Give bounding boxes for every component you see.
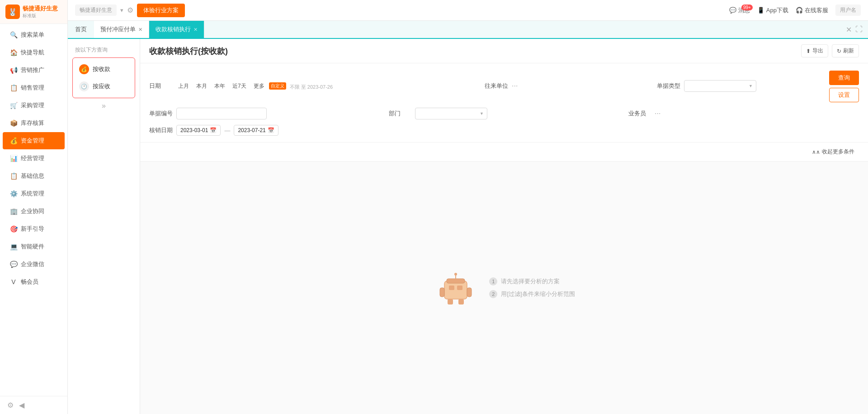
- sidebar-item-finance[interactable]: 💰资金管理: [3, 132, 65, 149]
- logo-main: 畅捷通好生意: [23, 5, 58, 13]
- app-label: App下载: [766, 6, 788, 14]
- tab-bar-right: ✕ ⛶: [846, 25, 868, 34]
- tip-number-1: 1: [489, 277, 497, 286]
- tab-label-receipt-offset: 收款核销执行: [156, 25, 191, 33]
- sidebar-item-hardware[interactable]: 💻智能硬件: [3, 238, 65, 255]
- industry-btn[interactable]: 体验行业方案: [137, 4, 185, 17]
- maximize-icon[interactable]: ⛶: [855, 25, 863, 33]
- date-group: 日期 上月 本月 本年 近7天 更多 自定义 不限 至 2023-07-26: [149, 81, 476, 91]
- sidebar-label-guide: 新手引导: [21, 225, 44, 233]
- header-brand: 畅捷通好生意: [75, 5, 117, 16]
- close-window-icon[interactable]: ✕: [846, 25, 852, 34]
- sidebar-item-vip[interactable]: V畅会员: [3, 273, 65, 290]
- settings-btn[interactable]: 设置: [829, 88, 859, 102]
- sidebar-item-guide[interactable]: 🎯新手引导: [3, 220, 65, 238]
- sidebar-label-system: 系统管理: [21, 190, 44, 198]
- collapse-more-btn[interactable]: ∧∧ 收起更多条件: [807, 146, 859, 157]
- sidebar-label-sales: 销售管理: [21, 84, 44, 92]
- filter-option-label-by-receipt: 按收款: [93, 65, 110, 73]
- tab-close-receipt-offset[interactable]: ✕: [193, 27, 198, 33]
- tab-close-prepay[interactable]: ✕: [138, 27, 142, 33]
- sidebar-item-enterprise[interactable]: 🏢企业协同: [3, 203, 65, 220]
- write-off-end-value: 2023-07-21: [238, 127, 265, 133]
- sidebar-icon-wechat: 💬: [10, 261, 17, 268]
- empty-tip-1: 1 请先选择要分析的方案: [489, 277, 575, 286]
- sidebar-item-quick-nav[interactable]: 🏠快捷导航: [3, 44, 65, 61]
- shortcut-7days[interactable]: 近7天: [230, 81, 249, 91]
- tab-receipt-offset[interactable]: 收款核销执行✕: [149, 21, 204, 38]
- calendar-icon: 📅: [210, 127, 217, 133]
- message-btn[interactable]: 💬 消息 99+: [729, 6, 750, 14]
- tip-1-text: 请先选择要分析的方案: [501, 277, 560, 286]
- message-icon: 💬: [729, 7, 736, 14]
- write-off-start-input[interactable]: 2023-03-01 📅: [176, 125, 221, 136]
- sidebar-icon-purchase: 🛒: [10, 102, 17, 109]
- sidebar-item-inventory[interactable]: 📦库存核算: [3, 114, 65, 132]
- shortcut-more[interactable]: 更多: [251, 81, 267, 91]
- sidebar-label-hardware: 智能硬件: [21, 243, 44, 251]
- sidebar-item-basic-info[interactable]: 📋基础信息: [3, 167, 65, 185]
- logo-icon: 🐰: [5, 5, 20, 19]
- bill-type-select[interactable]: [684, 80, 756, 92]
- filter-option-by-receivable[interactable]: 🕐按应收: [73, 78, 135, 95]
- sidebar-label-search-menu: 搜索菜单: [21, 31, 44, 39]
- sidebar-bottom: ⚙ ◀: [0, 396, 67, 414]
- filter-panel: 按以下方查询 💰按收款🕐按应收 »: [68, 39, 140, 414]
- sidebar-icon-inventory: 📦: [10, 119, 17, 127]
- export-btn[interactable]: ⬆ 导出: [801, 44, 828, 57]
- export-icon: ⬆: [806, 48, 811, 54]
- sidebar-item-search-menu[interactable]: 🔍搜索菜单: [3, 26, 65, 43]
- bill-type-select-wrapper: [684, 80, 756, 92]
- sidebar-label-finance: 资金管理: [21, 137, 44, 145]
- logo-text: 畅捷通好生意 标准版: [23, 5, 58, 19]
- top-header: 畅捷通好生意 ▾ ⚙ 体验行业方案 💬 消息 99+ 📱 App下载 🎧 在线客…: [68, 0, 868, 21]
- query-form: 日期 上月 本月 本年 近7天 更多 自定义 不限 至 2023-07-26: [140, 63, 868, 143]
- sidebar-label-enterprise: 企业协同: [21, 207, 44, 215]
- query-btn[interactable]: 查询: [829, 71, 859, 85]
- tip-2-text: 用[过滤]条件来缩小分析范围: [501, 290, 575, 298]
- tab-home[interactable]: 首页: [68, 21, 94, 38]
- sidebar-item-wechat[interactable]: 💬企业微信: [3, 256, 65, 273]
- dropdown-icon[interactable]: ▾: [120, 7, 123, 14]
- sidebar-icon-finance: 💰: [10, 137, 17, 144]
- empty-illustration: [433, 265, 478, 310]
- filter-collapse-btn[interactable]: »: [68, 98, 140, 114]
- sidebar-logo: 🐰 畅捷通好生意 标准版: [0, 0, 67, 24]
- service-label: 在线客服: [805, 6, 828, 14]
- svg-rect-8: [448, 299, 453, 305]
- write-off-start-value: 2023-03-01: [180, 127, 208, 133]
- collapse-sidebar-icon[interactable]: ◀: [19, 401, 24, 409]
- sidebar-item-purchase[interactable]: 🛒采购管理: [3, 97, 65, 114]
- settings-icon[interactable]: ⚙: [7, 401, 14, 409]
- sidebar-label-operations: 经营管理: [21, 154, 44, 162]
- app-icon: 📱: [757, 7, 764, 14]
- bill-no-label: 单据编号: [149, 109, 173, 118]
- refresh-btn[interactable]: ↻ 刷新: [832, 44, 859, 57]
- user-info[interactable]: 用户名: [835, 5, 861, 16]
- sidebar-icon-system: ⚙️: [10, 190, 17, 197]
- filter-option-label-by-receivable: 按应收: [93, 82, 110, 90]
- sidebar-item-sales[interactable]: 📋销售管理: [3, 79, 65, 96]
- sidebar-label-inventory: 库存核算: [21, 119, 44, 127]
- filter-box: 💰按收款🕐按应收: [72, 57, 135, 98]
- write-off-end-input[interactable]: 2023-07-21 📅: [234, 125, 278, 136]
- shortcut-this-month[interactable]: 本月: [193, 81, 210, 91]
- main-content: 收款核销执行(按收款) ⬆ 导出 ↻ 刷新 日期: [140, 39, 868, 414]
- sidebar-label-marketing: 营销推广: [21, 66, 44, 74]
- sidebar-label-basic-info: 基础信息: [21, 172, 44, 180]
- app-download-btn[interactable]: 📱 App下载: [757, 6, 788, 14]
- dept-select[interactable]: [415, 108, 487, 119]
- tab-prepay[interactable]: 预付冲应付单✕: [94, 21, 149, 38]
- gear-icon[interactable]: ⚙: [127, 6, 133, 14]
- bill-no-input[interactable]: [176, 108, 267, 119]
- sidebar-label-purchase: 采购管理: [21, 101, 44, 109]
- sidebar-item-marketing[interactable]: 📢营销推广: [3, 62, 65, 79]
- sidebar-item-operations[interactable]: 📊经营管理: [3, 150, 65, 167]
- tip-number-2: 2: [489, 290, 497, 298]
- filter-option-by-receipt[interactable]: 💰按收款: [73, 61, 135, 78]
- service-btn[interactable]: 🎧 在线客服: [796, 6, 828, 14]
- shortcut-prev-month[interactable]: 上月: [175, 81, 192, 91]
- sidebar-icon-hardware: 💻: [10, 243, 17, 250]
- sidebar-item-system[interactable]: ⚙️系统管理: [3, 185, 65, 202]
- shortcut-this-year[interactable]: 本年: [212, 81, 228, 91]
